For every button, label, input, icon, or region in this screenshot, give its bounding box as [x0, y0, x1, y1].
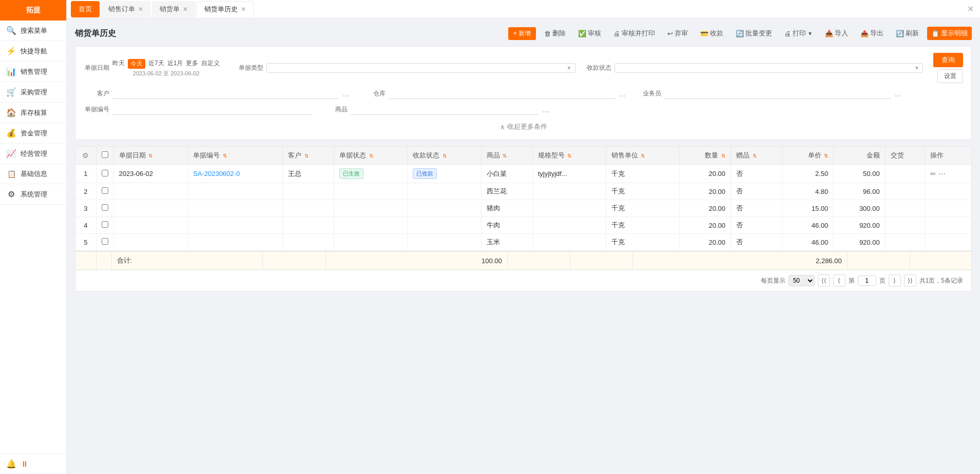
customer-dots[interactable]: ... — [342, 90, 349, 98]
row-checkbox[interactable] — [102, 221, 108, 228]
th-gear[interactable]: ⚙ — [75, 147, 96, 165]
td-doc-no — [188, 183, 283, 200]
th-sale-unit[interactable]: 销售单位 ⇅ — [606, 147, 679, 165]
sidebar-item-search-menu[interactable]: 🔍 搜索菜单 — [0, 21, 66, 41]
payment-status-dropdown[interactable]: ▼ — [614, 63, 924, 73]
doc-no-input[interactable] — [112, 104, 312, 115]
table-gear-icon[interactable]: ⚙ — [82, 151, 89, 160]
page-prev-button[interactable]: ⟨ — [833, 274, 846, 287]
more-action-icon[interactable]: ⋯ — [938, 170, 946, 178]
th-doc-status[interactable]: 单据状态 ⇅ — [334, 147, 408, 165]
salesperson-input[interactable] — [664, 88, 891, 99]
date-shortcut-custom[interactable]: 自定义 — [201, 59, 220, 69]
date-shortcut-1month[interactable]: 近1月 — [167, 59, 183, 69]
delete-button[interactable]: 🗑 删除 — [540, 27, 570, 40]
td-checkbox[interactable] — [96, 234, 113, 251]
page-input[interactable] — [858, 275, 876, 286]
sidebar-item-sales-mgmt[interactable]: 📊 销售管理 — [0, 62, 66, 82]
date-range-text: 2023-06-02 至 2023-06-02 — [133, 70, 200, 77]
th-unit-price[interactable]: 单价 ⇅ — [782, 147, 834, 165]
tab-sales-goods[interactable]: 销货单 ✕ — [152, 1, 196, 17]
th-customer[interactable]: 客户 ⇅ — [283, 147, 334, 165]
select-all-checkbox[interactable] — [102, 151, 108, 158]
td-checkbox[interactable] — [96, 217, 113, 234]
goods-dots[interactable]: ... — [543, 106, 549, 114]
date-shortcut-7days[interactable]: 近7天 — [148, 59, 164, 69]
tab-sales-order-close[interactable]: ✕ — [138, 6, 143, 13]
date-shortcut-yesterday[interactable]: 昨天 — [112, 59, 125, 69]
th-doc-date[interactable]: 单据日期 ⇅ — [113, 147, 188, 165]
export-button[interactable]: 📤 导出 — [856, 27, 888, 40]
sidebar-item-inventory[interactable]: 🏠 库存核算 — [0, 103, 66, 123]
display-detail-button[interactable]: 📋 显示明细 — [927, 27, 972, 40]
pause-icon[interactable]: ⏸ — [21, 460, 29, 469]
window-close-icon[interactable]: ✕ — [965, 4, 976, 14]
th-goods[interactable]: 商品 ⇅ — [481, 147, 532, 165]
date-shortcut-more[interactable]: 更多 — [186, 59, 198, 69]
query-button[interactable]: 查询 — [933, 53, 963, 67]
sort-icon-doc-status: ⇅ — [369, 153, 373, 159]
doc-no-link[interactable]: SA-20230602-0 — [193, 170, 240, 177]
salesperson-dots[interactable]: ... — [895, 90, 901, 98]
goods-input[interactable] — [351, 104, 540, 115]
th-checkbox[interactable] — [96, 147, 113, 165]
approve-button[interactable]: ✅ 审核 — [574, 27, 605, 40]
date-shortcut-today[interactable]: 今天 — [128, 59, 145, 69]
doc-type-dropdown[interactable]: ▼ — [266, 63, 575, 73]
td-customer — [283, 183, 334, 200]
print-button[interactable]: 🖨 打印 ▼ — [780, 27, 817, 40]
tab-sales-goods-close[interactable]: ✕ — [183, 6, 188, 13]
row-checkbox[interactable] — [102, 170, 108, 176]
filter-customer: 客户 ... — [84, 88, 350, 99]
td-checkbox[interactable] — [96, 183, 113, 200]
td-action — [925, 234, 971, 251]
warehouse-input[interactable] — [389, 88, 616, 99]
th-transaction-label: 交货 — [891, 151, 904, 159]
tab-sales-history-close[interactable]: ✕ — [241, 6, 246, 13]
th-quantity[interactable]: 数量 ⇅ — [679, 147, 731, 165]
th-transaction[interactable]: 交货 — [885, 147, 925, 165]
collect-button[interactable]: 💳 收款 — [696, 27, 727, 40]
td-customer — [283, 217, 334, 234]
sidebar-item-purchase-mgmt[interactable]: 🛒 采购管理 — [0, 82, 66, 103]
tab-sales-order[interactable]: 销售订单 ✕ — [101, 1, 151, 17]
td-num: 4 — [75, 217, 96, 234]
sidebar-item-sys-mgmt[interactable]: ⚙ 系统管理 — [0, 184, 66, 205]
row-checkbox[interactable] — [102, 204, 108, 211]
sidebar-item-basic-info[interactable]: 📋 基础信息 — [0, 164, 66, 184]
approve-print-button[interactable]: 🖨 审核并打印 — [609, 27, 659, 40]
page-last-button[interactable]: ⟩⟩ — [904, 274, 916, 287]
batch-change-button[interactable]: 🔄 批量变更 — [732, 27, 776, 40]
td-checkbox[interactable] — [96, 200, 113, 217]
payment-status-label: 收款状态 — [586, 64, 611, 72]
page-size-select[interactable]: 50 100 200 — [789, 275, 815, 286]
sort-icon-customer: ⇅ — [304, 153, 309, 159]
notification-icon[interactable]: 🔔 — [6, 459, 16, 469]
tab-sales-history[interactable]: 销货单历史 ✕ — [197, 1, 254, 17]
import-button[interactable]: 📥 导入 — [821, 27, 852, 40]
customer-label: 客户 — [84, 89, 109, 98]
sidebar-item-finance-mgmt[interactable]: 💰 资金管理 — [0, 123, 66, 144]
td-checkbox[interactable] — [96, 165, 113, 183]
row-checkbox[interactable] — [102, 187, 108, 194]
row-checkbox[interactable] — [102, 238, 108, 245]
tab-home[interactable]: 首页 — [71, 1, 100, 17]
settings-button[interactable]: 设置 — [937, 69, 963, 83]
th-doc-no[interactable]: 单据编号 ⇅ — [188, 147, 283, 165]
th-amount[interactable]: 金额 — [834, 147, 885, 165]
sidebar-item-quick-nav[interactable]: ⚡ 快捷导航 — [0, 41, 66, 62]
collapse-button[interactable]: ∧ 收起更多条件 — [84, 120, 963, 133]
new-button[interactable]: + 新增 — [508, 27, 536, 40]
customer-input[interactable] — [112, 88, 339, 99]
th-spec-type[interactable]: 规格型号 ⇅ — [532, 147, 606, 165]
refresh-button[interactable]: 🔃 刷新 — [892, 27, 923, 40]
th-gift[interactable]: 赠品 ⇅ — [731, 147, 782, 165]
abandon-button[interactable]: ↩ 弃审 — [663, 27, 692, 40]
edit-action-icon[interactable]: ✏ — [930, 170, 936, 178]
th-payment-status[interactable]: 收款状态 ⇅ — [408, 147, 481, 165]
warehouse-dots[interactable]: ... — [619, 90, 625, 98]
sidebar-item-ops-mgmt[interactable]: 📈 经营管理 — [0, 144, 66, 164]
data-table: ⚙ 单据日期 ⇅ 单据编号 ⇅ — [75, 147, 971, 251]
page-next-button[interactable]: ⟩ — [889, 274, 901, 287]
page-first-button[interactable]: ⟨⟨ — [818, 274, 830, 287]
